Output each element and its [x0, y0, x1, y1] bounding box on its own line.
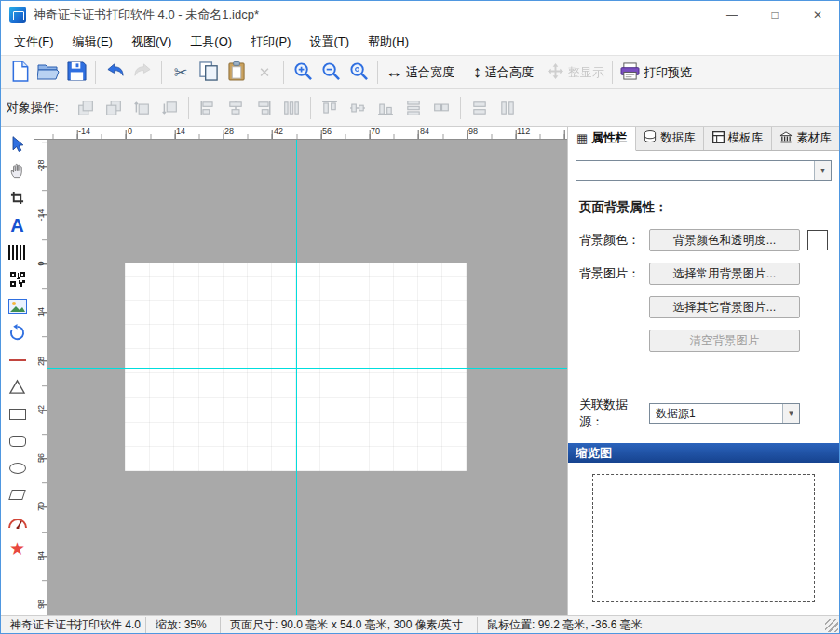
thumbnail-header: 缩览图 — [568, 443, 839, 463]
tab-templates[interactable]: 模板库 — [704, 127, 772, 150]
new-document-icon — [11, 61, 30, 85]
delete-button[interactable]: ✕ — [251, 59, 278, 87]
qrcode-tool[interactable] — [4, 265, 32, 292]
open-folder-icon — [37, 61, 60, 83]
align-top-button[interactable] — [318, 96, 342, 120]
tab-database[interactable]: 数据库 — [636, 127, 704, 150]
line-icon — [9, 359, 26, 361]
object-toolbar: 对象操作: — [1, 89, 839, 127]
bg-color-swatch — [807, 230, 828, 250]
distribute-vertical-button[interactable] — [401, 96, 426, 120]
same-width-button[interactable] — [467, 96, 492, 120]
bg-color-button[interactable]: 背景颜色和透明度... — [649, 229, 800, 251]
object-selector-combobox[interactable]: ▼ — [576, 160, 832, 181]
align-bottom-button[interactable] — [373, 96, 398, 120]
rotate-tool[interactable] — [4, 319, 32, 346]
zoom-out-button[interactable] — [317, 59, 345, 87]
menu-edit[interactable]: 编辑(E) — [63, 30, 122, 54]
thumbnail-preview — [592, 474, 815, 602]
line-tool[interactable] — [4, 346, 32, 373]
align-center-horizontal-button[interactable] — [224, 96, 248, 120]
menu-file[interactable]: 文件(F) — [5, 30, 63, 54]
menu-print[interactable]: 打印(P) — [241, 30, 300, 54]
select-tool[interactable] — [4, 130, 32, 157]
chevron-down-icon[interactable]: ▼ — [782, 404, 799, 423]
choose-other-bg-button[interactable]: 选择其它背景图片... — [649, 296, 800, 318]
send-backward-button[interactable] — [157, 96, 182, 120]
paste-clipboard-icon — [228, 61, 246, 84]
fit-width-button[interactable]: ↔ 适合宽度 — [383, 59, 457, 87]
same-height-button[interactable] — [495, 96, 520, 120]
new-button[interactable] — [7, 59, 34, 87]
panel-spacer — [576, 363, 832, 397]
section-title: 页面背景属性： — [579, 199, 832, 216]
datasource-select[interactable]: 数据源1 ▼ — [649, 403, 800, 424]
align-middle-button[interactable] — [345, 96, 370, 120]
redo-button[interactable] — [129, 59, 156, 87]
same-size-button[interactable] — [429, 96, 454, 120]
close-button[interactable]: ✕ — [796, 1, 839, 29]
star-tool[interactable]: ★ — [4, 535, 32, 562]
barcode-tool[interactable] — [4, 238, 32, 265]
ruler-number: -14 — [78, 127, 90, 136]
paste-button[interactable] — [223, 59, 251, 87]
ruler-number: 70 — [35, 494, 47, 519]
zoom-in-button[interactable] — [289, 59, 317, 87]
menu-view[interactable]: 视图(V) — [122, 30, 181, 54]
parallelogram-tool[interactable] — [4, 481, 32, 508]
status-app-name: 神奇证卡证书打印软件 4.0 — [1, 617, 145, 633]
cursor-arrow-icon — [8, 135, 27, 154]
clear-bg-button[interactable]: 清空背景图片 — [649, 330, 800, 352]
copy-button[interactable] — [195, 59, 223, 87]
horizontal-guide-line — [47, 368, 567, 369]
tab-materials[interactable]: 素材库 — [772, 127, 839, 150]
crop-tool[interactable] — [4, 184, 32, 211]
zoom-tool-button[interactable] — [345, 59, 373, 87]
send-to-back-button[interactable] — [102, 96, 126, 120]
ellipse-tool[interactable] — [4, 454, 32, 481]
distribute-vertical-icon — [405, 100, 422, 116]
gauge-tool[interactable] — [4, 508, 32, 535]
triangle-tool[interactable] — [4, 373, 32, 400]
rectangle-tool[interactable] — [4, 400, 32, 427]
align-right-button[interactable] — [251, 96, 276, 120]
cut-button[interactable]: ✂ — [167, 59, 195, 87]
align-left-button[interactable] — [196, 96, 220, 120]
bg-image-row: 背景图片： 选择常用背景图片... — [576, 263, 832, 285]
bring-forward-button[interactable] — [129, 96, 154, 120]
tool-palette: A ★ — [1, 127, 34, 615]
hand-tool[interactable] — [4, 157, 32, 184]
menu-help[interactable]: 帮助(H) — [359, 30, 418, 54]
choose-common-bg-button[interactable]: 选择常用背景图片... — [649, 263, 800, 285]
menu-settings[interactable]: 设置(T) — [300, 30, 359, 54]
ruler-number: 70 — [371, 127, 380, 136]
open-button[interactable] — [34, 59, 62, 87]
picture-icon — [8, 299, 27, 314]
maximize-button[interactable]: □ — [753, 1, 796, 29]
resize-grip[interactable] — [825, 619, 838, 632]
same-height-icon — [499, 100, 516, 116]
whole-view-button[interactable]: 整显示 — [544, 59, 607, 87]
vertical-ruler: -28 -14 0 14 28 42 56 70 84 98 — [34, 140, 47, 615]
undo-button[interactable] — [101, 59, 129, 87]
window-title: 神奇证卡证书打印软件 4.0 - 未命名1.idcp* — [34, 7, 259, 23]
image-tool[interactable] — [4, 292, 32, 319]
distribute-horizontal-button[interactable] — [279, 96, 304, 120]
align-left-icon — [199, 100, 216, 116]
fit-height-button[interactable]: ↕ 适合高度 — [470, 59, 536, 87]
design-canvas[interactable] — [47, 140, 567, 615]
printer-icon — [620, 62, 640, 83]
save-button[interactable] — [62, 59, 90, 87]
menu-tools[interactable]: 工具(O) — [181, 30, 241, 54]
rounded-rect-tool[interactable] — [4, 427, 32, 454]
tab-label: 数据库 — [660, 130, 696, 146]
tab-properties[interactable]: ▦ 属性栏 — [568, 127, 636, 151]
bring-to-front-button[interactable] — [74, 96, 98, 120]
chevron-down-icon[interactable]: ▼ — [814, 161, 831, 180]
bring-to-front-icon — [77, 100, 94, 116]
minimize-button[interactable]: — — [711, 1, 753, 29]
toolbar-separator — [460, 97, 461, 119]
text-tool[interactable]: A — [4, 211, 32, 238]
print-preview-button[interactable]: 打印预览 — [617, 59, 695, 87]
ruler-number: 0 — [128, 127, 132, 136]
